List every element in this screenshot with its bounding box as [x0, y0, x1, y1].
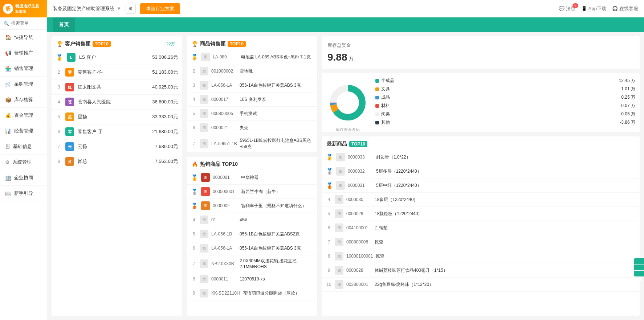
sidebar-item-enterprise[interactable]: 🏢企业协同 — [0, 170, 47, 186]
online-service-item[interactable]: 🎧 在线客服 — [612, 5, 638, 12]
legend-dot — [375, 96, 379, 99]
table-row[interactable]: 5 图 000800005 手机测试 — [187, 107, 317, 121]
table-row[interactable]: 3 图 LA-056-1A 056-1A白色按键开关盖ABS 3克 — [187, 78, 317, 93]
list-item[interactable]: 🥇 图 0000033 封边带（1.0*22） — [322, 150, 640, 164]
sidebar-item-marketing[interactable]: 📢营销推广 — [0, 45, 47, 61]
guide-icon: 📖 — [5, 190, 11, 196]
product-code: 0000033 — [348, 155, 373, 160]
avatar: 零 — [65, 68, 74, 77]
list-item[interactable]: 🥉 图 0000002 智利车子里（规格不知道填什么） — [187, 199, 317, 213]
list-item[interactable]: 7 图 000800008 原查 — [322, 235, 640, 249]
sidebar-item-quick-nav[interactable]: 🏠快捷导航 — [0, 30, 47, 45]
product-thumbnail: 图 — [201, 53, 210, 61]
float-service-button[interactable]: 服务社区 — [634, 264, 644, 270]
table-row[interactable]: 4 图 0000017 10S 变利罗浆 — [187, 93, 317, 107]
sidebar-item-label: 系统管理 — [13, 159, 32, 165]
middle-panel: 🏆 商品销售额 TOP10 🥇 图 LA-089 电池盖 LA-089 ABS本… — [187, 36, 317, 316]
table-row[interactable]: 7 图 LA-59651-1B 59651-1B旋转投影灯电池盒ABS黑色+58… — [187, 135, 317, 152]
table-row[interactable]: 8 肖 肖总 7,563.00元 — [52, 154, 182, 169]
table-row[interactable]: 4 苍 苍南县人民医院 36,600.00元 — [52, 95, 182, 110]
list-item[interactable]: 5 图 LA-056-1B 056-1B白色按键开关盖ABS2克 — [187, 227, 317, 241]
product-thumbnail: 图 — [335, 252, 343, 260]
product-name: 新西兰牛肉（新牛） — [241, 189, 313, 195]
sidebar-item-sales[interactable]: 🏪销售管理 — [0, 61, 47, 77]
sidebar-item-system[interactable]: ⚙系统管理 — [0, 155, 47, 170]
product-code: 0000029 — [346, 211, 372, 216]
legend-value: 12.45 万 — [619, 78, 635, 84]
product-code: 10000100001 — [346, 254, 373, 259]
sales-icon: 🏪 — [5, 66, 11, 71]
list-item[interactable]: 🥉 图 0000031 5层中纤（1220*2440） — [322, 179, 640, 193]
list-item[interactable]: 6 图 004100001 白钢垫 — [322, 221, 640, 235]
chart-subtitle: 库存资金占比 — [326, 127, 370, 132]
list-item[interactable]: 9 图 0000028 体碱荔枝味苏打饮品400毫升（1*15） — [322, 263, 640, 278]
search-menu[interactable]: 🔍 搜索菜单 — [0, 17, 47, 30]
legend-dot — [375, 112, 379, 116]
quick-nav-icon: 🏠 — [5, 34, 11, 40]
legend-dot — [375, 87, 379, 91]
medal-icon: 🥇 — [56, 54, 63, 61]
sidebar-item-inventory[interactable]: 📦库存核算 — [0, 92, 47, 108]
product-name: 原查 — [376, 253, 635, 259]
legend-list: 半成品 12.45 万 文具 1.01 万 成品 0.25 万 材料 0.07 … — [375, 78, 635, 128]
product-code: 003800001 — [346, 282, 372, 287]
legend-item: 半成品 12.45 万 — [375, 78, 635, 84]
customer-amount: 40,925.00元 — [152, 84, 178, 90]
sidebar-item-purchase[interactable]: 🛒采购管理 — [0, 77, 47, 92]
rank-number: 8 — [56, 159, 62, 164]
table-row[interactable]: 2 零 零售客户-许 51,183.00元 — [52, 65, 182, 80]
table-row[interactable]: 2 图 001000002 雪地靴 — [187, 64, 317, 78]
avatar: 红 — [65, 83, 74, 91]
medal-icon: 🥇 — [191, 174, 198, 181]
list-item[interactable]: 8 图 10000100001 原查 — [322, 249, 640, 263]
message-badge-item[interactable]: 💬 消息 6 — [559, 5, 575, 12]
product-name: 白钢垫 — [375, 225, 635, 231]
list-item[interactable]: 5 图 0000029 18颗粒板（1220*2440） — [322, 207, 640, 221]
product-name: 18多层（1220*2440） — [375, 197, 635, 203]
float-service-button[interactable]: 直播 — [634, 271, 644, 276]
rank-number: 4 — [326, 197, 332, 202]
product-code: 0000021 — [211, 125, 237, 130]
page-nav: 首页 — [47, 17, 644, 32]
float-service-button[interactable]: 客服热线 — [634, 258, 644, 264]
logo-icon: 畅 — [3, 4, 13, 14]
product-name: 5层中纤（1220*2440） — [376, 182, 635, 189]
sidebar-item-finance[interactable]: 💰资金管理 — [0, 108, 47, 123]
product-code: 000800005 — [211, 111, 237, 116]
legend-label: 材料 — [381, 103, 619, 109]
list-item[interactable]: 9 图 KK-SD22110H 花语萌恒温分腿睡袋（厚款） — [187, 286, 317, 300]
sidebar-item-operation[interactable]: 📊经营管理 — [0, 123, 47, 139]
sidebar-item-guide[interactable]: 📖新手引导 — [0, 186, 47, 201]
inventory-card: 库存总资金 9.88 万 — [322, 36, 640, 69]
tab-home[interactable]: 首页 — [53, 17, 75, 32]
table-row[interactable]: 3 红 红太阳文具 40,925.00元 — [52, 80, 182, 95]
settings-button[interactable]: ⚙ — [126, 4, 136, 14]
app-download-item[interactable]: 📱 App下载 — [581, 5, 606, 12]
list-item[interactable]: 6 图 LA-056-1A 056-1A白色按键开关盖ABS 3克 — [187, 241, 317, 255]
list-item[interactable]: 🥇 图 0000001 中华神器 — [187, 171, 317, 185]
product-code: LA-59651-1B — [211, 141, 237, 146]
list-item[interactable]: 🥈 图 0000032 5层多层（1220*2440） — [322, 164, 640, 179]
table-row[interactable]: 5 星 星扬 33,333.00元 — [52, 110, 182, 124]
list-item[interactable]: 4 图 0000030 18多层（1220*2440） — [322, 193, 640, 207]
list-item[interactable]: 🥈 图 000500001 新西兰牛肉（新牛） — [187, 185, 317, 199]
sidebar-item-base[interactable]: 🗄基础信息 — [0, 139, 47, 155]
search-icon: 🔍 — [4, 21, 9, 26]
table-row[interactable]: 6 图 0000021 夹壳 — [187, 121, 317, 135]
rank-number: 4 — [191, 97, 197, 102]
table-row[interactable]: 🥇 L LS 客户 53,006.26元 — [52, 50, 182, 65]
product-sales-panel: 🏆 商品销售额 TOP10 🥇 图 LA-089 电池盖 LA-089 ABS本… — [187, 36, 317, 152]
table-row[interactable]: 6 零 零售客户-于 21,680.00元 — [52, 124, 182, 139]
product-code: NB2.0X30B — [211, 261, 237, 266]
table-row[interactable]: 7 云 云扬 7,680.00元 — [52, 139, 182, 154]
table-row[interactable]: 🥇 图 LA-089 电池盖 LA-089 ABS本色+黑种 7.1克 — [187, 50, 317, 64]
list-item[interactable]: 4 图 01 45# — [187, 213, 317, 227]
list-item[interactable]: 10 图 003800001 22g鱼豆腐·烧烤味（1*12*20） — [322, 278, 640, 292]
trial-button[interactable]: 体验行业方案 — [140, 3, 180, 14]
rank-number: 7 — [191, 261, 197, 266]
list-item[interactable]: 7 图 NB2.0X30B 2.0X30MM双搓花轴,搓花直径2.1MM/ROH… — [187, 255, 317, 272]
rank-number: 6 — [326, 225, 332, 230]
list-item[interactable]: 8 图 0000011 12070519-xs — [187, 272, 317, 286]
sidebar-item-label: 经营管理 — [14, 128, 33, 134]
product-name: 雪地靴 — [240, 68, 313, 74]
